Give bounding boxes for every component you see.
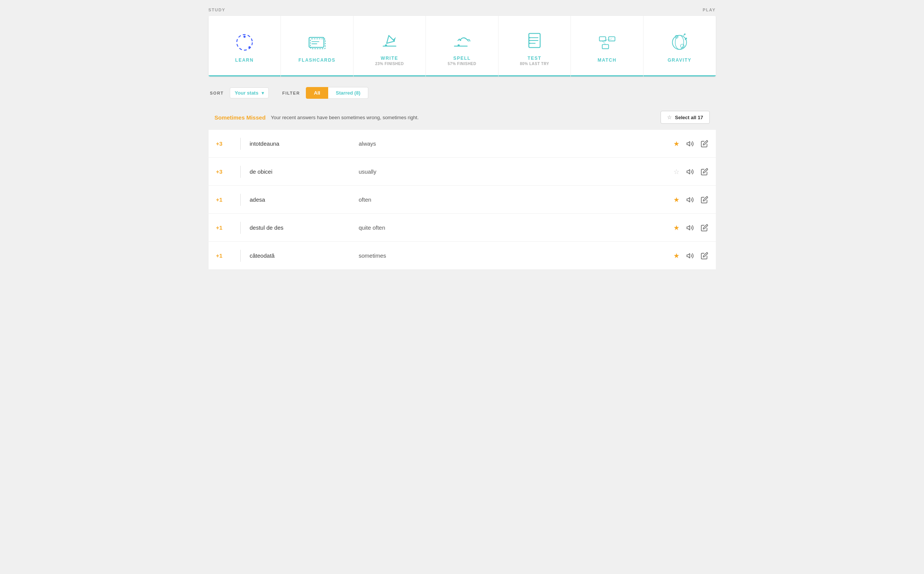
study-label: STUDY: [208, 8, 226, 12]
vocab-definition: often: [356, 196, 666, 203]
term-divider: [240, 138, 241, 150]
term-divider: [240, 222, 241, 234]
section-title: Sometimes Missed: [215, 114, 266, 121]
filter-tab-starred[interactable]: Starred (8): [328, 87, 368, 99]
chevron-down-icon: ▾: [262, 90, 264, 96]
star-icon[interactable]: ★: [673, 224, 679, 232]
section-description: Your recent answers have been sometimes …: [271, 115, 419, 120]
speaker-icon[interactable]: [686, 140, 694, 148]
speaker-icon[interactable]: [686, 168, 694, 175]
svg-line-9: [389, 35, 395, 41]
svg-point-2: [248, 46, 251, 49]
svg-marker-32: [687, 197, 690, 202]
score-badge: +3: [216, 140, 231, 147]
vocab-actions: ★: [666, 224, 708, 232]
svg-point-19: [529, 40, 531, 41]
edit-icon[interactable]: [701, 252, 708, 260]
speaker-icon[interactable]: [686, 196, 694, 203]
speaker-icon[interactable]: [686, 224, 694, 232]
svg-marker-34: [687, 254, 690, 258]
vocab-definition: usually: [356, 169, 666, 175]
svg-point-27: [675, 35, 684, 49]
activity-card-test[interactable]: TEST 80% LAST TRY: [499, 16, 571, 76]
activity-card-spell[interactable]: SPELL 57% FINISHED: [426, 16, 499, 76]
controls-bar: SORT Your stats ▾ FILTER All Starred (8): [208, 87, 716, 99]
vocab-definition: always: [356, 140, 666, 147]
flashcards-icon: [305, 31, 328, 54]
star-outline-icon[interactable]: ☆: [673, 168, 679, 176]
filter-tab-all[interactable]: All: [306, 87, 328, 99]
test-title: TEST: [528, 56, 542, 61]
flashcards-title: FLASHCARDS: [299, 57, 336, 63]
vocab-item: +1 adesa often ★: [208, 186, 716, 214]
match-icon: [596, 31, 619, 54]
activity-card-match[interactable]: MATCH: [571, 16, 643, 76]
svg-point-8: [385, 44, 387, 47]
write-icon: [378, 29, 401, 52]
activity-card-flashcards[interactable]: FLASHCARDS: [281, 16, 354, 76]
test-icon: [523, 29, 546, 52]
svg-marker-31: [687, 170, 690, 174]
filter-label: FILTER: [283, 91, 300, 95]
score-badge: +1: [216, 224, 231, 231]
vocab-actions: ★: [666, 196, 708, 204]
svg-line-11: [387, 41, 395, 43]
vocab-list: +3 intotdeauna always ★ +3 de obicei: [208, 129, 716, 270]
gravity-icon: [668, 31, 691, 54]
svg-point-26: [673, 35, 687, 49]
edit-icon[interactable]: [701, 196, 708, 203]
speaker-icon[interactable]: [686, 252, 694, 260]
score-badge: +3: [216, 169, 231, 175]
vocab-term: destul de des: [250, 224, 356, 231]
write-subtitle: 23% FINISHED: [375, 62, 404, 66]
select-all-button[interactable]: ☆ Select all 17: [660, 111, 709, 124]
vocab-actions: ★: [666, 140, 708, 148]
test-subtitle: 80% LAST TRY: [520, 62, 549, 66]
vocab-definition: sometimes: [356, 252, 666, 259]
vocab-item: +1 destul de des quite often ★: [208, 214, 716, 242]
svg-line-10: [387, 35, 389, 43]
vocab-item: +3 de obicei usually ☆: [208, 158, 716, 186]
vocab-actions: ☆: [666, 168, 708, 176]
edit-icon[interactable]: [701, 140, 708, 148]
svg-line-25: [603, 41, 605, 44]
section-title-group: Sometimes Missed Your recent answers hav…: [215, 114, 419, 121]
edit-icon[interactable]: [701, 224, 708, 232]
svg-point-18: [529, 37, 531, 38]
write-title: WRITE: [381, 56, 398, 61]
learn-title: LEARN: [235, 57, 254, 63]
spell-title: SPELL: [453, 56, 471, 61]
svg-point-13: [457, 44, 460, 47]
svg-point-20: [529, 43, 531, 44]
play-label: PLAY: [703, 8, 716, 12]
svg-rect-23: [602, 45, 609, 49]
vocab-item: +1 câteodată sometimes ★: [208, 242, 716, 270]
edit-icon[interactable]: [701, 168, 708, 175]
activity-card-gravity[interactable]: GRAVITY: [643, 16, 716, 76]
term-divider: [240, 166, 241, 178]
star-icon[interactable]: ★: [673, 252, 679, 260]
spell-icon: [451, 29, 474, 52]
vocab-term: de obicei: [250, 169, 356, 175]
star-icon[interactable]: ★: [673, 140, 679, 148]
gravity-title: GRAVITY: [668, 57, 692, 63]
filter-tabs: All Starred (8): [306, 87, 368, 99]
vocab-term: câteodată: [250, 252, 356, 259]
star-icon[interactable]: ★: [673, 196, 679, 204]
svg-marker-33: [687, 226, 690, 230]
match-title: MATCH: [598, 57, 617, 63]
vocab-term: intotdeauna: [250, 140, 356, 147]
activity-card-learn[interactable]: LEARN: [208, 16, 281, 76]
sort-label: SORT: [210, 91, 224, 95]
score-badge: +1: [216, 196, 231, 203]
star-outline-icon: ☆: [667, 114, 672, 120]
svg-marker-30: [687, 142, 690, 146]
sort-value: Your stats: [235, 90, 259, 96]
term-divider: [240, 194, 241, 206]
activity-card-write[interactable]: WRITE 23% FINISHED: [354, 16, 426, 76]
learn-icon: [233, 31, 256, 54]
sort-dropdown[interactable]: Your stats ▾: [230, 87, 269, 98]
svg-point-1: [243, 36, 246, 38]
vocab-term: adesa: [250, 196, 356, 203]
term-divider: [240, 250, 241, 262]
